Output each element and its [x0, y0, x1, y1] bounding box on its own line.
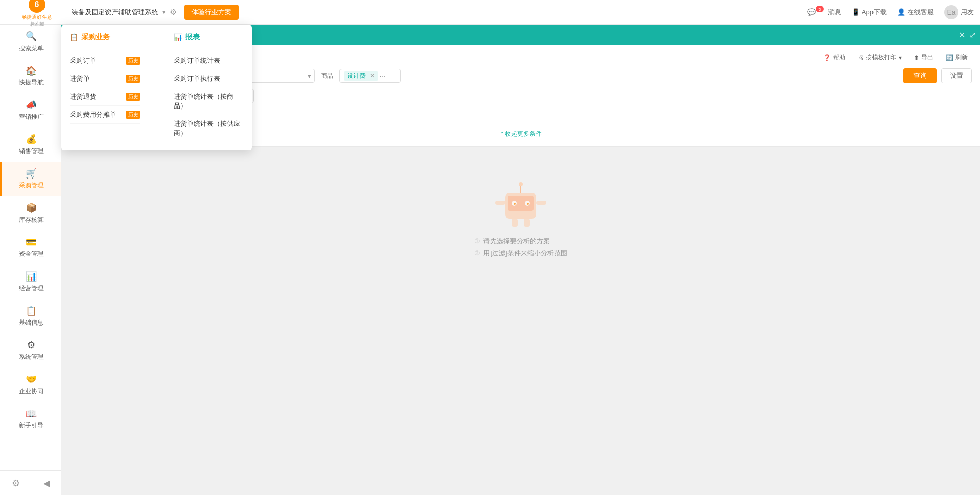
sidebar: 🔍 搜索菜单 🏠 快捷导航 📣 营销推广 💰 销售管理 🛒 采购管理 📦 库存核… [0, 25, 61, 495]
online-service-btn[interactable]: 👤 在线客服 [897, 8, 934, 17]
sidebar-item-search[interactable]: 🔍 搜索菜单 [0, 25, 61, 59]
home-icon: 🏠 [26, 65, 37, 76]
purchase-col: 📋 采购业务 采购订单 历史 进货单 历史 进货退货 历史 采购费用分摊单 历史 [70, 33, 140, 142]
sidebar-settings-btn[interactable]: ⚙ [12, 478, 20, 489]
sidebar-label-system: 系统管理 [19, 353, 44, 361]
purchase-return-label: 进货退货 [70, 92, 96, 101]
dropdown-item-purchase-return[interactable]: 进货退货 历史 [70, 88, 140, 106]
logo-icon: 6 [29, 0, 45, 13]
dropdown-divider [157, 33, 157, 142]
inventory-icon: 📦 [26, 202, 37, 213]
print-arrow-icon: ▾ [899, 54, 902, 61]
brand-version: 标准版 [30, 21, 44, 28]
help-label: 帮助 [833, 53, 845, 62]
settings-gear-btn[interactable]: ⚙ [166, 5, 180, 19]
purchase-order-stats-label: 采购订单统计表 [174, 56, 220, 66]
message-label: 消息 [828, 8, 841, 17]
goods-tag: 设计费 ✕ [344, 71, 377, 81]
brand-name: 畅捷通好生意 [22, 14, 52, 21]
basic-icon: 📋 [26, 305, 37, 316]
app-download-btn[interactable]: 📱 App下载 [851, 8, 887, 17]
purchase-expense-label: 采购费用分摊单 [70, 110, 116, 119]
message-btn[interactable]: 💬 5 消息 [807, 8, 841, 17]
sidebar-item-system[interactable]: ⚙ 系统管理 [0, 333, 61, 368]
dropdown-item-purchase-expense[interactable]: 采购费用分摊单 历史 [70, 106, 140, 124]
dropdown-item-in-stats-goods[interactable]: 进货单统计表（按商品） [174, 88, 244, 115]
sidebar-item-collab[interactable]: 🤝 企业协同 [0, 368, 61, 402]
sidebar-item-purchase[interactable]: 🛒 采购管理 [0, 162, 61, 196]
sidebar-item-inventory[interactable]: 📦 库存核算 [0, 196, 61, 230]
dropdown-item-in-stats-supplier[interactable]: 进货单统计表（按供应商） [174, 115, 244, 142]
svg-point-5 [527, 203, 529, 205]
refresh-btn[interactable]: 🔄 刷新 [942, 51, 972, 64]
purchase-expense-history-badge: 历史 [126, 111, 140, 119]
export-label: 导出 [921, 53, 933, 62]
guide-icon: 📖 [26, 408, 37, 419]
sidebar-item-basic[interactable]: 📋 基础信息 [0, 299, 61, 333]
tab-window-close-icon[interactable]: ✕ [958, 30, 965, 40]
marketing-icon: 📣 [26, 99, 37, 111]
system-icon: ⚙ [27, 339, 35, 351]
export-btn[interactable]: ⬆ 导出 [910, 51, 938, 64]
sidebar-item-finance[interactable]: 💳 资金管理 [0, 230, 61, 265]
sidebar-item-business[interactable]: 📊 经营管理 [0, 265, 61, 299]
dropdown-item-purchase-order-stats[interactable]: 采购订单统计表 [174, 52, 244, 70]
print-btn[interactable]: 🖨 按模板打印 ▾ [854, 51, 906, 64]
dropdown-item-purchase-order-exec[interactable]: 采购订单执行表 [174, 70, 244, 88]
purchase-icon: 🛒 [26, 168, 37, 179]
purchase-col-title-text: 采购业务 [81, 33, 110, 42]
svg-rect-9 [536, 201, 546, 205]
sidebar-item-sales[interactable]: 💰 销售管理 [0, 127, 61, 162]
empty-hint-1: ① 请先选择要分析的方案 ② 用[过滤]条件来缩小分析范围 [474, 235, 567, 260]
system-title-arrow[interactable]: ▾ [162, 8, 166, 16]
purchase-order-label: 采购订单 [70, 56, 96, 66]
logo-area: 6 畅捷通好生意 标准版 [6, 0, 68, 28]
bill-status-select-arrow: ▾ [308, 72, 311, 80]
sidebar-collapse-btn[interactable]: ◀ [43, 478, 50, 489]
svg-point-4 [514, 203, 516, 205]
sidebar-item-marketing[interactable]: 📣 营销推广 [0, 93, 61, 127]
collapse-up-icon: ⌃ [500, 131, 505, 138]
user-avatar: Ea [944, 5, 958, 19]
purchase-in-history-badge: 历史 [126, 75, 140, 83]
collapse-label: 收起更多条件 [505, 130, 542, 138]
goods-tag-close[interactable]: ✕ [370, 72, 375, 79]
industry-solution-btn[interactable]: 体验行业方案 [184, 5, 239, 20]
help-btn[interactable]: ❓ 帮助 [819, 51, 849, 64]
app-download-label: App下载 [862, 8, 887, 17]
goods-filter: 设计费 ✕ ··· [339, 69, 401, 83]
top-header: 6 畅捷通好生意 标准版 装备及固定资产辅助管理系统 ▾ ⚙ 体验行业方案 💬 … [0, 0, 980, 25]
message-icon: 💬 [807, 8, 816, 16]
report-col-title: 📊 报表 [174, 33, 244, 46]
sidebar-label-quick: 快捷导航 [19, 78, 44, 87]
export-icon: ⬆ [914, 54, 919, 61]
header-right: 💬 5 消息 📱 App下载 👤 在线客服 Ea 用友 [807, 5, 974, 19]
dropdown-item-purchase-in[interactable]: 进货单 历史 [70, 70, 140, 88]
sidebar-bottom: ⚙ ◀ [0, 470, 61, 495]
sidebar-label-purchase: 采购管理 [19, 181, 44, 190]
settings-btn[interactable]: 设置 [941, 68, 972, 83]
report-col-icon: 📊 [174, 33, 182, 41]
sidebar-label-finance: 资金管理 [19, 250, 44, 259]
goods-more-dots[interactable]: ··· [380, 72, 386, 80]
sidebar-label-sales: 销售管理 [19, 147, 44, 156]
sidebar-label-business: 经营管理 [19, 284, 44, 293]
tab-maximize-icon[interactable]: ⤢ [969, 30, 976, 40]
phone-icon: 📱 [851, 8, 860, 16]
user-label: 用友 [961, 8, 974, 17]
sidebar-label-inventory: 库存核算 [19, 216, 44, 224]
query-btn[interactable]: 查询 [903, 68, 937, 83]
search-icon: 🔍 [26, 31, 37, 42]
sidebar-item-guide[interactable]: 📖 新手引导 [0, 402, 61, 436]
goods-label: 商品 [321, 72, 333, 80]
print-icon: 🖨 [858, 54, 864, 61]
refresh-label: 刷新 [955, 53, 968, 62]
finance-icon: 💳 [26, 236, 37, 248]
refresh-icon: 🔄 [946, 54, 953, 61]
purchase-col-icon: 📋 [70, 33, 78, 41]
sidebar-item-quick[interactable]: 🏠 快捷导航 [0, 59, 61, 93]
dropdown-item-purchase-order[interactable]: 采购订单 历史 [70, 52, 140, 70]
system-title-text: 装备及固定资产辅助管理系统 [72, 8, 158, 17]
user-area[interactable]: Ea 用友 [944, 5, 974, 19]
report-col-title-text: 报表 [185, 33, 200, 42]
